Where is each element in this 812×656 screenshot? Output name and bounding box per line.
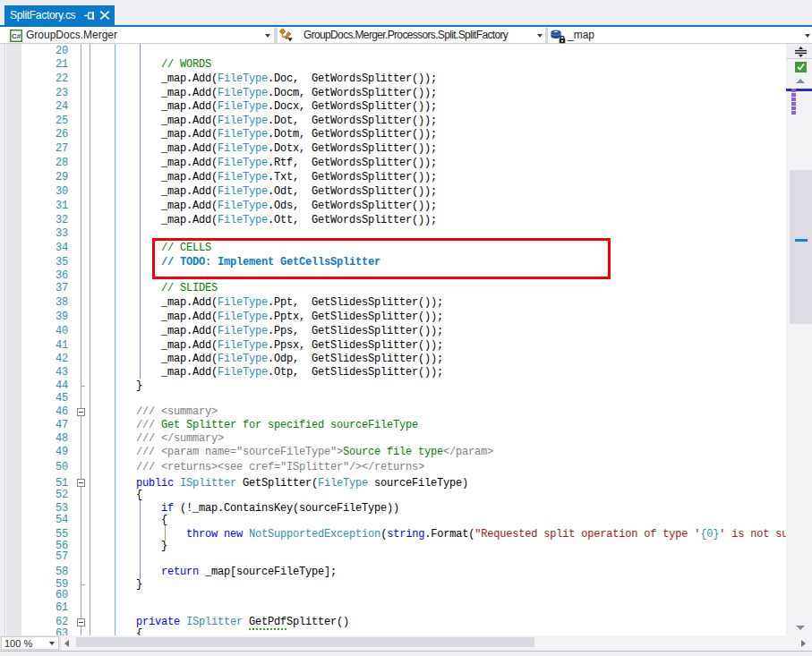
svg-text:C#: C# — [12, 32, 21, 40]
